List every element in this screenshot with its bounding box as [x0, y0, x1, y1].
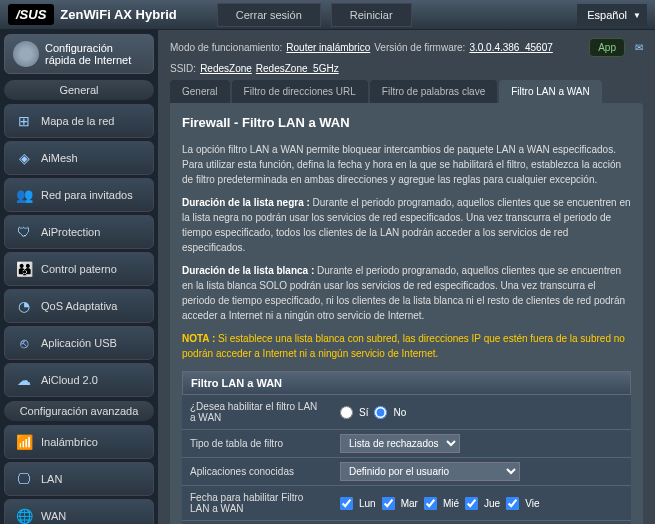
panel-intro: La opción filtro LAN a WAN permite bloqu… [182, 142, 631, 187]
ssid-bar: SSID: RedesZone RedesZone_5GHz [170, 63, 643, 74]
tab-bar: General Filtro de direcciones URL Filtro… [170, 80, 643, 103]
apps-label: Aplicaciones conocidas [182, 460, 332, 483]
enable-no-radio[interactable] [374, 406, 387, 419]
nav-qos[interactable]: ◔QoS Adaptativa [4, 289, 154, 323]
nav-aimesh[interactable]: ◈AiMesh [4, 141, 154, 175]
chk-mon[interactable] [340, 497, 353, 510]
apps-select[interactable]: Definido por el usuario [340, 462, 520, 481]
product-name: ZenWiFi AX Hybrid [60, 7, 176, 22]
reboot-button[interactable]: Reiniciar [331, 3, 412, 27]
map-icon: ⊞ [13, 110, 35, 132]
globe-icon [13, 41, 39, 67]
tab-general[interactable]: General [170, 80, 230, 103]
shield-icon: 🛡 [13, 221, 35, 243]
logout-button[interactable]: Cerrar sesión [217, 3, 321, 27]
usb-icon: ⎋ [13, 332, 35, 354]
chk-wed[interactable] [424, 497, 437, 510]
gauge-icon: ◔ [13, 295, 35, 317]
section-general: General [4, 80, 154, 100]
enable-yes-radio[interactable] [340, 406, 353, 419]
section-advanced: Configuración avanzada [4, 401, 154, 421]
nav-aicloud[interactable]: ☁AiCloud 2.0 [4, 363, 154, 397]
panel-title: Firewall - Filtro LAN a WAN [182, 115, 631, 130]
cloud-icon: ☁ [13, 369, 35, 391]
op-mode-link[interactable]: Router inalámbrico [286, 42, 370, 53]
nav-lan[interactable]: 🖵LAN [4, 462, 154, 496]
enable-label: ¿Desea habilitar el filtro LAN a WAN [182, 395, 332, 429]
app-badge[interactable]: App [589, 38, 625, 57]
nav-wireless[interactable]: 📶Inalámbrico [4, 425, 154, 459]
quick-setup-label: Configuración rápida de Internet [45, 42, 145, 66]
guest-icon: 👥 [13, 184, 35, 206]
ssid-2[interactable]: RedesZone_5GHz [256, 63, 339, 74]
tabletype-select[interactable]: Lista de rechazados [340, 434, 460, 453]
note: NOTA : Si establece una lista blanca con… [182, 331, 631, 361]
nav-usb-app[interactable]: ⎋Aplicación USB [4, 326, 154, 360]
nav-network-map[interactable]: ⊞Mapa de la red [4, 104, 154, 138]
tab-keyword-filter[interactable]: Filtro de palabras clave [370, 80, 497, 103]
chk-thu[interactable] [465, 497, 478, 510]
chk-fri[interactable] [506, 497, 519, 510]
nav-wan[interactable]: 🌐WAN [4, 499, 154, 524]
tab-url-filter[interactable]: Filtro de direcciones URL [232, 80, 368, 103]
section-filter: Filtro LAN a WAN [182, 371, 631, 395]
nav-parental[interactable]: 👪Control paterno [4, 252, 154, 286]
tabletype-label: Tipo de tabla de filtro [182, 432, 332, 455]
sidebar: Configuración rápida de Internet General… [0, 30, 158, 524]
lan-icon: 🖵 [13, 468, 35, 490]
quick-setup-button[interactable]: Configuración rápida de Internet [4, 34, 154, 74]
nav-guest-network[interactable]: 👥Red para invitados [4, 178, 154, 212]
ssid-1[interactable]: RedesZone [200, 63, 252, 74]
mesh-icon: ◈ [13, 147, 35, 169]
parental-icon: 👪 [13, 258, 35, 280]
weekday-checks: Lun Mar Mié Jue Vie [332, 493, 631, 514]
main-content: Modo de funcionamiento: Router inalámbri… [158, 30, 655, 524]
brand-logo: /SUS [8, 4, 54, 25]
wifi-icon: 📶 [13, 431, 35, 453]
nav-aiprotection[interactable]: 🛡AiProtection [4, 215, 154, 249]
mail-icon[interactable]: ✉ [635, 42, 643, 53]
language-select[interactable]: Español [577, 4, 647, 26]
info-bar: Modo de funcionamiento: Router inalámbri… [170, 38, 643, 57]
firmware-link[interactable]: 3.0.0.4.386_45607 [469, 42, 552, 53]
date1-label: Fecha para habilitar Filtro LAN a WAN [182, 486, 332, 520]
chk-tue[interactable] [382, 497, 395, 510]
tab-lan-wan-filter[interactable]: Filtro LAN a WAN [499, 80, 602, 103]
panel: Firewall - Filtro LAN a WAN La opción fi… [170, 103, 643, 524]
wan-icon: 🌐 [13, 505, 35, 524]
